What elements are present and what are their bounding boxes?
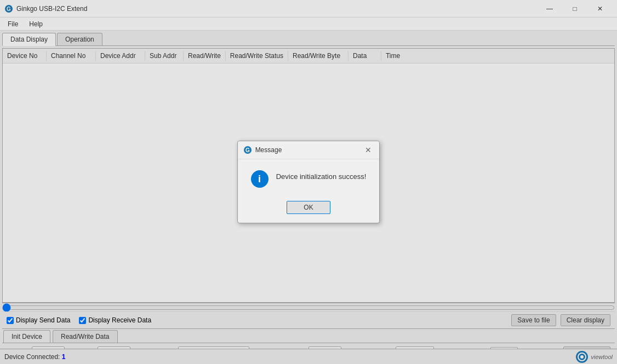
modal-message: Device initialization success! <box>276 170 367 181</box>
modal-overlay: G Message ✕ i Device initialization succ… <box>0 0 617 364</box>
modal-dialog: G Message ✕ i Device initialization succ… <box>237 141 380 223</box>
modal-close-button[interactable]: ✕ <box>363 145 374 155</box>
modal-body: i Device initialization success! <box>238 159 380 197</box>
modal-ok-button[interactable]: OK <box>287 201 330 214</box>
modal-title-icon: G <box>243 146 252 154</box>
modal-title: Message <box>255 146 363 154</box>
modal-info-icon: i <box>251 170 268 188</box>
modal-title-bar: G Message ✕ <box>238 141 380 159</box>
svg-text:G: G <box>245 147 250 153</box>
modal-footer: OK <box>238 197 380 223</box>
